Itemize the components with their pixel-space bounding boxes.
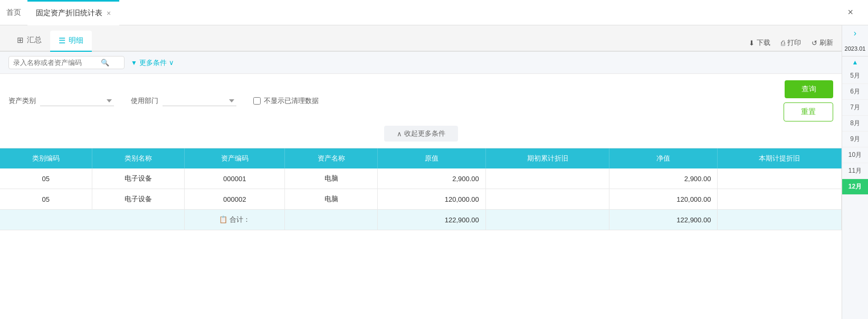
- search-input[interactable]: [13, 59, 98, 67]
- department-label: 使用部门: [131, 96, 158, 106]
- total-net-val: 122,900.00: [609, 210, 718, 230]
- data-table: 类别编码 类别名称 资产编码 资产名称 原值 期初累计折旧 净值 本期计提折旧 …: [0, 148, 842, 230]
- sub-tabs: ⊞ 汇总 ☰ 明细 ⬇ 下载 ⎙ 打印 ↺ 刷新: [0, 25, 842, 52]
- hide-cleared-wrap: 不显示已清理数据: [253, 96, 319, 106]
- col-original-value: 原值: [377, 148, 485, 168]
- download-label: 下载: [757, 38, 770, 48]
- download-btn[interactable]: ⬇ 下载: [749, 38, 770, 48]
- month-12[interactable]: 12月: [842, 179, 868, 195]
- col-asset-code: 资产编码: [184, 148, 284, 168]
- cell-acc-dep: [485, 189, 609, 210]
- hide-cleared-checkbox[interactable]: [253, 97, 261, 105]
- asset-category-filter: 资产类别: [8, 96, 114, 106]
- filter-row: 资产类别 使用部门 不显示已清理数据 查询 重置: [8, 80, 833, 121]
- cell-cat-code: 05: [0, 189, 92, 210]
- close-tab-btn[interactable]: ×: [107, 9, 111, 17]
- active-tab[interactable]: 固定资产折旧统计表 ×: [27, 0, 119, 25]
- cell-asset-code: 000002: [184, 189, 284, 210]
- refresh-btn[interactable]: ↺ 刷新: [812, 38, 833, 48]
- total-label-cell: 📋 合计：: [184, 210, 284, 230]
- cell-acc-dep: [485, 168, 609, 189]
- filter-btn-col: 查询 重置: [784, 80, 833, 121]
- right-panel: › 2023.01 ▲ 5月 6月 7月 8月 9月 10月 11月 12月: [842, 25, 868, 319]
- download-icon: ⬇: [749, 39, 755, 47]
- cell-cat-name: 电子设备: [92, 168, 184, 189]
- right-panel-nav-arrow[interactable]: ›: [851, 25, 860, 41]
- total-row-icon: 📋: [219, 215, 227, 223]
- cell-orig-val: 120,000.00: [377, 189, 485, 210]
- asset-category-select[interactable]: [40, 96, 114, 106]
- cell-asset-name: 电脑: [285, 189, 377, 210]
- chevron-down-icon: ∨: [169, 59, 174, 67]
- total-curr-dep: [718, 210, 842, 230]
- home-link[interactable]: 首页: [6, 8, 21, 17]
- scroll-up-arrow[interactable]: ▲: [850, 57, 861, 68]
- total-icon-cell: [0, 210, 184, 230]
- filter-area: 资产类别 使用部门 不显示已清理数据 查询 重置: [0, 74, 842, 148]
- asset-category-label: 资产类别: [8, 96, 36, 106]
- cell-orig-val: 2,900.00: [377, 168, 485, 189]
- collapse-icon: ∧: [397, 130, 402, 138]
- query-btn[interactable]: 查询: [785, 80, 833, 98]
- tab-summary-label: 汇总: [27, 35, 42, 45]
- cell-net-val: 2,900.00: [609, 168, 718, 189]
- print-btn[interactable]: ⎙ 打印: [781, 38, 801, 48]
- cell-curr-dep: [718, 189, 842, 210]
- print-icon: ⎙: [781, 39, 785, 47]
- total-label-text: 合计：: [230, 215, 250, 223]
- hide-cleared-label: 不显示已清理数据: [264, 96, 319, 106]
- cell-asset-name: 电脑: [285, 168, 377, 189]
- cell-cat-code: 05: [0, 168, 92, 189]
- month-11[interactable]: 11月: [842, 163, 868, 179]
- table-header-row: 类别编码 类别名称 资产编码 资产名称 原值 期初累计折旧 净值 本期计提折旧: [0, 148, 842, 168]
- month-9[interactable]: 9月: [842, 132, 868, 147]
- col-category-code: 类别编码: [0, 148, 92, 168]
- month-5[interactable]: 5月: [842, 68, 868, 84]
- month-8[interactable]: 8月: [842, 116, 868, 132]
- total-row: 📋 合计： 122,900.00 122,900.00: [0, 210, 842, 230]
- cell-asset-code: 000001: [184, 168, 284, 189]
- col-net-value: 净值: [609, 148, 718, 168]
- search-icon[interactable]: 🔍: [101, 59, 109, 67]
- refresh-icon: ↺: [812, 39, 817, 47]
- filter-icon: ▼: [131, 59, 137, 67]
- total-orig-val: 122,900.00: [377, 210, 485, 230]
- search-bar: 🔍 ▼ 更多条件 ∨: [0, 52, 842, 74]
- total-acc-dep: [485, 210, 609, 230]
- collapse-label: 收起更多条件: [404, 129, 445, 138]
- date-header: 2023.01: [842, 41, 868, 57]
- refresh-label: 刷新: [819, 38, 833, 48]
- summary-icon: ⊞: [17, 35, 24, 45]
- left-panel: ⊞ 汇总 ☰ 明细 ⬇ 下载 ⎙ 打印 ↺ 刷新: [0, 25, 842, 319]
- tab-detail[interactable]: ☰ 明细: [50, 31, 92, 52]
- table-row: 05 电子设备 000001 电脑 2,900.00 2,900.00: [0, 168, 842, 189]
- main-content: ⊞ 汇总 ☰ 明细 ⬇ 下载 ⎙ 打印 ↺ 刷新: [0, 25, 868, 319]
- month-10[interactable]: 10月: [842, 147, 868, 163]
- reset-btn[interactable]: 重置: [784, 102, 833, 121]
- more-conditions-btn[interactable]: ▼ 更多条件 ∨: [131, 58, 174, 68]
- department-filter: 使用部门: [131, 96, 236, 106]
- print-label: 打印: [787, 38, 801, 48]
- cell-net-val: 120,000.00: [609, 189, 718, 210]
- detail-icon: ☰: [59, 36, 65, 45]
- col-accumulated-depreciation: 期初累计折旧: [485, 148, 609, 168]
- table-row: 05 电子设备 000002 电脑 120,000.00 120,000.00: [0, 189, 842, 210]
- more-conditions-label: 更多条件: [139, 58, 167, 68]
- col-asset-name: 资产名称: [285, 148, 377, 168]
- close-window-btn[interactable]: ×: [847, 7, 862, 18]
- table-container: 类别编码 类别名称 资产编码 资产名称 原值 期初累计折旧 净值 本期计提折旧 …: [0, 148, 842, 319]
- month-6[interactable]: 6月: [842, 84, 868, 100]
- total-asset-name: [285, 210, 377, 230]
- cell-curr-dep: [718, 168, 842, 189]
- col-current-depreciation: 本期计提折旧: [718, 148, 842, 168]
- collapse-conditions-btn[interactable]: ∧ 收起更多条件: [384, 126, 458, 142]
- tab-detail-label: 明细: [69, 36, 83, 45]
- search-input-wrap: 🔍: [8, 56, 125, 69]
- month-7[interactable]: 7月: [842, 100, 868, 116]
- top-nav: 首页 固定资产折旧统计表 × ×: [0, 0, 868, 25]
- cell-cat-name: 电子设备: [92, 189, 184, 210]
- department-select[interactable]: [163, 96, 236, 106]
- col-category-name: 类别名称: [92, 148, 184, 168]
- active-tab-label: 固定资产折旧统计表: [36, 8, 102, 18]
- tab-summary[interactable]: ⊞ 汇总: [8, 30, 50, 51]
